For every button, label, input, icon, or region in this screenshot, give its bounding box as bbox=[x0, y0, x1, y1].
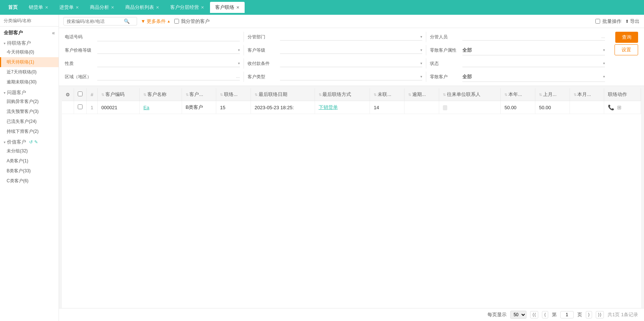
sidebar-item-churn-warning[interactable]: 流失预警客户(3) bbox=[0, 107, 59, 117]
close-icon[interactable]: ✕ bbox=[156, 5, 159, 10]
nature-select[interactable]: ▾ bbox=[97, 60, 240, 67]
person-select[interactable]: … bbox=[462, 33, 605, 41]
batch-checkbox[interactable] bbox=[595, 19, 600, 24]
sidebar-item-ungrouped[interactable]: 未分组(32) bbox=[0, 146, 59, 156]
nav-customer-segment[interactable]: 客户分层经营 ✕ bbox=[165, 2, 209, 13]
close-icon[interactable]: ✕ bbox=[201, 5, 204, 10]
filter-row-4: 区域（地区） … 客户类型 ▾ bbox=[65, 72, 605, 82]
group-value-customers[interactable]: 价值客户 ↺ ✎ bbox=[0, 137, 59, 146]
retail-attr-select[interactable]: 全部 ▾ bbox=[462, 45, 605, 55]
nav-purchase-order[interactable]: 进货单 ✕ bbox=[54, 2, 84, 13]
group-pending-contact[interactable]: 待联络客户 bbox=[0, 38, 59, 47]
this-month-col-header[interactable]: 本月... bbox=[570, 88, 604, 101]
sidebar-item-7days-pending[interactable]: 近7天待联络(0) bbox=[0, 67, 59, 77]
row-customer-name[interactable]: Ea bbox=[140, 101, 182, 114]
sidebar-item-overdue-pending[interactable]: 逾期未联络(30) bbox=[0, 77, 59, 87]
batch-action-btn[interactable]: 批量操作 bbox=[595, 18, 622, 25]
search-icon[interactable]: 🔍 bbox=[124, 18, 130, 24]
checkbox-col-header[interactable] bbox=[74, 88, 87, 101]
collapse-icon[interactable]: « bbox=[52, 30, 55, 36]
sidebar-item-repurchase-abnormal[interactable]: 回购异常客户(2) bbox=[0, 97, 59, 107]
customer-level-select[interactable]: ▾ bbox=[280, 46, 423, 54]
retail-customer-select[interactable]: 全部 ▾ bbox=[462, 72, 605, 82]
set-button[interactable]: 设置 bbox=[615, 44, 638, 55]
last-contact-date-col-header[interactable]: 最后联络日期 bbox=[251, 88, 315, 101]
nav-sales-order[interactable]: 销货单 ✕ bbox=[24, 2, 53, 13]
customer-name-col-header[interactable]: 客户名称 bbox=[140, 88, 182, 101]
last-month-col-header[interactable]: 上月... bbox=[535, 88, 570, 101]
nav-customer-contact[interactable]: 客户联络 ✕ bbox=[210, 2, 245, 13]
contacts-badge bbox=[443, 105, 447, 110]
region-select[interactable]: … bbox=[97, 73, 240, 80]
chevron-up-icon: ▲ bbox=[167, 19, 171, 23]
page-size-select[interactable]: 50 bbox=[510, 311, 526, 319]
export-btn[interactable]: ⬆ 导出 bbox=[625, 18, 640, 25]
sidebar-search-input[interactable] bbox=[4, 18, 59, 23]
contacts-col-header[interactable]: 往来单位联系人 bbox=[439, 88, 501, 101]
last-page-btn[interactable]: ⟩⟩ bbox=[596, 311, 604, 318]
customer-name-link[interactable]: Ea bbox=[143, 105, 149, 110]
refresh-icon[interactable]: ↺ bbox=[29, 139, 33, 145]
all-customers-header[interactable]: 全部客户 « bbox=[0, 27, 59, 38]
qr-icon[interactable]: ⊞ bbox=[617, 104, 622, 110]
my-customers-checkbox[interactable] bbox=[174, 19, 179, 24]
sidebar-item-class-c[interactable]: C类客户(6) bbox=[0, 176, 59, 186]
customer-type-select[interactable]: ▾ bbox=[280, 73, 423, 80]
row-last-contact-method[interactable]: 下销货单 bbox=[315, 101, 370, 114]
main-search-input[interactable] bbox=[67, 19, 122, 24]
settings-col-header[interactable]: ⚙ bbox=[62, 88, 74, 101]
filter-row-2: 客户价格等级 ▾ 客户等级 ▾ bbox=[65, 45, 605, 55]
close-icon[interactable]: ✕ bbox=[76, 5, 79, 10]
sidebar-item-tomorrow-pending[interactable]: 明天待联络(1) bbox=[0, 57, 59, 67]
edit-icon[interactable]: ✎ bbox=[34, 139, 38, 145]
sidebar-item-today-pending[interactable]: 今天待联络(0) bbox=[0, 47, 59, 57]
phone-icon[interactable]: 📞 bbox=[608, 104, 614, 110]
payment-terms-select[interactable]: ▾ bbox=[280, 60, 423, 67]
row-customer-code: 000021 bbox=[98, 101, 140, 114]
filter-retail-attr: 零散客户属性 全部 ▾ bbox=[430, 45, 605, 55]
close-icon[interactable]: ✕ bbox=[111, 5, 114, 10]
close-icon[interactable]: ✕ bbox=[45, 5, 48, 10]
row-checkbox[interactable] bbox=[78, 104, 83, 109]
sidebar-item-class-b[interactable]: B类客户(33) bbox=[0, 166, 59, 176]
select-all-checkbox[interactable] bbox=[78, 92, 83, 96]
total-text: 共1页 1条记录 bbox=[608, 311, 638, 318]
close-icon[interactable]: ✕ bbox=[236, 5, 239, 10]
first-page-btn[interactable]: ⟨⟨ bbox=[530, 311, 538, 318]
nav-product-analysis-list[interactable]: 商品分析列表 ✕ bbox=[120, 2, 164, 13]
sidebar-item-churned[interactable]: 已流失客户(24) bbox=[0, 117, 59, 127]
next-page-btn[interactable]: ⟩ bbox=[586, 311, 592, 318]
unlocked-col-header[interactable]: 未联... bbox=[370, 88, 405, 101]
last-contact-method-col-header[interactable]: 最后联络方式 bbox=[315, 88, 370, 101]
data-table-container: ⚙ # 客户编码 客户名称 客户... 联络... 最后联络日期 最后联络方式 … bbox=[62, 88, 641, 308]
dept-select[interactable]: ▾ bbox=[280, 33, 423, 41]
contact-method-link[interactable]: 下销货单 bbox=[319, 104, 338, 110]
group-problem-customers[interactable]: 问题客户 bbox=[0, 87, 59, 97]
ellipsis-icon: … bbox=[236, 75, 240, 79]
nav-home[interactable]: 首页 bbox=[3, 2, 23, 13]
customer-table: ⚙ # 客户编码 客户名称 客户... 联络... 最后联络日期 最后联络方式 … bbox=[62, 88, 641, 114]
my-customers-checkbox-area[interactable]: 我分管的客户 bbox=[174, 18, 210, 25]
status-select[interactable]: ▾ bbox=[462, 60, 605, 67]
row-checkbox-cell[interactable] bbox=[74, 101, 87, 114]
price-level-select[interactable]: ▾ bbox=[97, 46, 240, 54]
more-conditions-btn[interactable]: ▼ 更多条件 ▲ bbox=[141, 18, 171, 25]
divider bbox=[244, 58, 244, 69]
this-year-col-header[interactable]: 本年... bbox=[501, 88, 535, 101]
nav-product-analysis[interactable]: 商品分析 ✕ bbox=[85, 2, 119, 13]
query-button[interactable]: 查询 bbox=[615, 32, 638, 43]
overdue-col-header[interactable]: 逾期... bbox=[405, 88, 439, 101]
filter-nature: 性质 ▾ bbox=[65, 60, 240, 67]
row-settings bbox=[62, 101, 74, 114]
page-num-input[interactable] bbox=[560, 311, 574, 318]
customer-type-col-header[interactable]: 客户... bbox=[182, 88, 216, 101]
contact-count-col-header[interactable]: 联络... bbox=[216, 88, 251, 101]
phone-input[interactable] bbox=[97, 33, 240, 41]
row-actions: 📞 ⊞ bbox=[604, 101, 641, 114]
prev-page-btn[interactable]: ⟨ bbox=[542, 311, 548, 318]
divider bbox=[426, 32, 426, 42]
sidebar-item-class-a[interactable]: A类客户(1) bbox=[0, 156, 59, 166]
customer-code-col-header[interactable]: 客户编码 bbox=[98, 88, 140, 101]
chevron-down-icon: ▾ bbox=[420, 61, 422, 65]
sidebar-item-declining[interactable]: 持续下滑客户(2) bbox=[0, 127, 59, 137]
